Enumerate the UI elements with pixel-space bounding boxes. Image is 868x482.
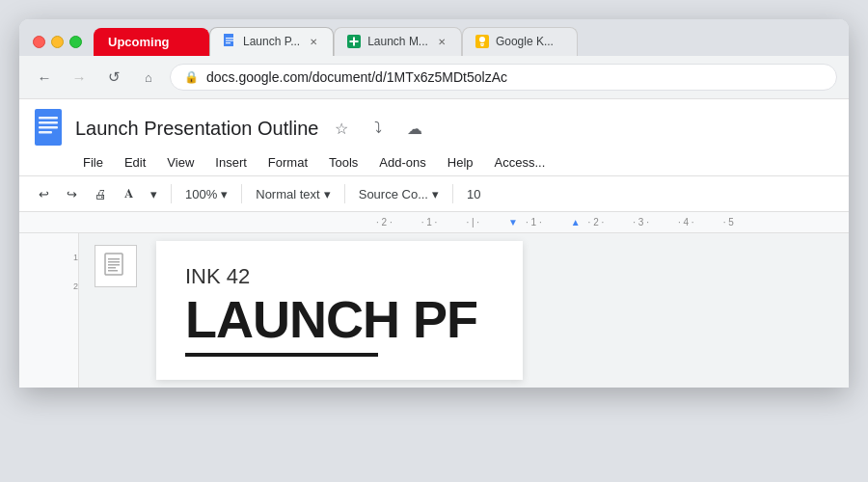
minimize-button[interactable]	[51, 36, 64, 48]
svg-rect-22	[108, 270, 118, 272]
menu-edit[interactable]: Edit	[115, 151, 155, 175]
style-dropdown[interactable]: Normal text ▾	[248, 180, 338, 207]
vertical-ruler: 1 2	[19, 233, 79, 388]
svg-rect-14	[39, 121, 58, 124]
docs-favicon-icon	[222, 34, 237, 49]
menu-access[interactable]: Access...	[485, 151, 556, 175]
svg-rect-13	[39, 117, 58, 120]
svg-rect-21	[108, 267, 116, 269]
back-button[interactable]: ←	[31, 64, 58, 91]
tab-launch-presentation[interactable]: Launch P... ✕	[209, 27, 334, 56]
menu-view[interactable]: View	[157, 151, 203, 175]
menu-file[interactable]: File	[73, 151, 113, 175]
forward-button[interactable]: →	[66, 64, 93, 91]
tab-google-keep-label: Google K...	[496, 35, 565, 48]
menu-insert[interactable]: Insert	[205, 151, 257, 175]
move-button[interactable]: ⤵	[365, 115, 392, 142]
svg-rect-10	[480, 43, 484, 45]
font-dropdown[interactable]: Source Co... ▾	[351, 180, 447, 207]
doc-title-underline	[185, 353, 378, 357]
traffic-lights	[19, 36, 94, 56]
menu-bar: File Edit View Insert Format Tools Add-o…	[35, 149, 833, 175]
tab-upcoming-label: Upcoming	[108, 35, 170, 49]
menu-addons[interactable]: Add-ons	[369, 151, 435, 175]
svg-rect-3	[226, 40, 233, 41]
menu-tools[interactable]: Tools	[319, 151, 367, 175]
maximize-button[interactable]	[69, 36, 82, 48]
title-bar: Upcoming Launch P... ✕	[19, 19, 849, 56]
style-value: Normal text	[256, 187, 319, 201]
svg-rect-15	[39, 126, 58, 129]
print-button[interactable]: 🖨	[87, 180, 115, 207]
close-button[interactable]	[33, 36, 45, 48]
tab-close-m-button[interactable]: ✕	[434, 34, 449, 49]
horizontal-ruler: · 2 · · 1 · · | · ▼ · 1 · ▲ · 2 · · 3 · …	[19, 212, 849, 233]
svg-rect-2	[226, 38, 233, 39]
style-arrow-icon: ▾	[324, 187, 331, 201]
svg-rect-16	[39, 131, 52, 134]
doc-thumbnail-icon	[104, 253, 127, 280]
plus-favicon-icon	[346, 34, 362, 49]
tab-launch-m-label: Launch M...	[367, 35, 428, 48]
redo-button[interactable]: ↪	[59, 180, 85, 207]
doc-main-title: LAUNCH PF	[185, 293, 494, 345]
ruler-marks: · 2 · · 1 · · | · ▼ · 1 · ▲ · 2 · · 3 · …	[376, 217, 734, 228]
separator-1	[171, 184, 172, 203]
document-area: 1 2 INK 42 LAUNCH PF	[19, 233, 849, 388]
nav-bar: ← → ↺ ⌂ 🔒 docs.google.com/document/d/1MT…	[19, 56, 849, 99]
reload-button[interactable]: ↺	[100, 64, 127, 91]
docs-title: Launch Presentation Outline	[75, 118, 318, 140]
doc-ink-label: INK 42	[185, 264, 494, 289]
google-docs-icon	[35, 109, 66, 147]
lock-icon: 🔒	[184, 70, 199, 84]
undo-button[interactable]: ↩	[31, 180, 57, 207]
menu-format[interactable]: Format	[258, 151, 317, 175]
svg-rect-18	[108, 258, 120, 260]
paint-format-button[interactable]: 𝐀	[117, 180, 141, 207]
svg-rect-11	[480, 45, 483, 46]
separator-2	[241, 184, 242, 203]
address-text: docs.google.com/document/d/1MTx6z5MDt5ol…	[206, 69, 823, 85]
home-button[interactable]: ⌂	[135, 64, 162, 91]
svg-rect-19	[108, 261, 120, 263]
tab-launch-p-label: Launch P...	[243, 35, 300, 48]
zoom-value: 100%	[185, 187, 217, 201]
tab-google-keep[interactable]: Google K...	[462, 27, 578, 56]
svg-rect-20	[108, 264, 120, 266]
tabs-bar: Upcoming Launch P... ✕	[94, 27, 849, 56]
font-arrow-icon: ▾	[432, 187, 439, 201]
svg-point-9	[479, 37, 485, 42]
font-value: Source Co...	[359, 187, 428, 201]
zoom-dropdown[interactable]: 100% ▾	[177, 180, 235, 207]
font-size-value: 10	[467, 187, 480, 201]
browser-window: Upcoming Launch P... ✕	[19, 19, 849, 388]
tab-upcoming[interactable]: Upcoming	[94, 28, 209, 56]
document-page[interactable]: INK 42 LAUNCH PF	[156, 241, 523, 380]
star-button[interactable]: ☆	[328, 115, 355, 142]
font-size-input[interactable]: 10	[459, 180, 488, 207]
separator-3	[344, 184, 345, 203]
formatting-toolbar: ↩ ↪ 🖨 𝐀 ▾ 100% ▾ Normal text ▾ Source Co…	[19, 176, 849, 212]
tab-close-button[interactable]: ✕	[306, 34, 321, 49]
tab-launch-m[interactable]: Launch M... ✕	[334, 27, 462, 56]
pointer-button[interactable]: ▾	[143, 180, 165, 207]
svg-rect-4	[226, 42, 231, 43]
docs-title-row: Launch Presentation Outline ☆ ⤵ ☁	[35, 109, 833, 147]
menu-help[interactable]: Help	[438, 151, 483, 175]
keep-favicon-icon	[475, 34, 490, 49]
cloud-button[interactable]: ☁	[401, 115, 428, 142]
svg-rect-7	[350, 40, 359, 42]
address-bar[interactable]: 🔒 docs.google.com/document/d/1MTx6z5MDt5…	[170, 64, 837, 91]
separator-4	[452, 184, 453, 203]
docs-header: Launch Presentation Outline ☆ ⤵ ☁ File E…	[19, 99, 849, 176]
doc-thumbnail	[95, 245, 137, 287]
zoom-arrow-icon: ▾	[221, 187, 228, 201]
